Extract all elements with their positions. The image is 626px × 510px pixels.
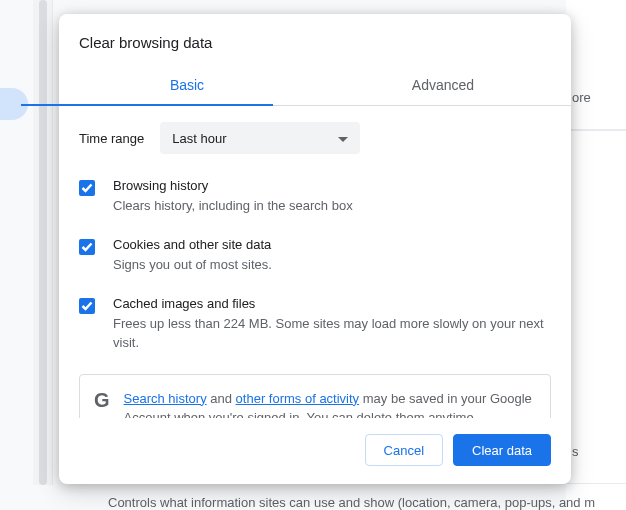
option-cached: Cached images and files Frees up less th… xyxy=(79,296,551,351)
option-title: Cached images and files xyxy=(113,296,551,311)
chevron-down-icon xyxy=(338,131,348,146)
checkbox-browsing-history[interactable] xyxy=(79,180,95,196)
background-row-more: ore xyxy=(566,66,626,130)
tab-basic-label: Basic xyxy=(170,77,204,93)
link-search-history[interactable]: Search history xyxy=(124,391,207,406)
google-account-infobox: G Search history and other forms of acti… xyxy=(79,374,551,418)
option-desc: Signs you out of most sites. xyxy=(113,256,272,274)
tab-bar: Basic Advanced xyxy=(59,67,571,106)
dialog-title: Clear browsing data xyxy=(59,14,571,63)
option-title: Browsing history xyxy=(113,178,353,193)
google-g-icon: G xyxy=(94,389,110,410)
option-browsing-history: Browsing history Clears history, includi… xyxy=(79,178,551,215)
background-row-more-text: ore xyxy=(572,90,591,105)
time-range-row: Time range Last hour xyxy=(79,122,551,154)
option-cookies: Cookies and other site data Signs you ou… xyxy=(79,237,551,274)
option-text: Browsing history Clears history, includi… xyxy=(113,178,353,215)
background-row-s-text: s xyxy=(572,444,579,459)
time-range-value: Last hour xyxy=(172,131,226,146)
checkbox-cached[interactable] xyxy=(79,298,95,314)
time-range-select[interactable]: Last hour xyxy=(160,122,360,154)
checkbox-cookies[interactable] xyxy=(79,239,95,255)
dialog-footer: Cancel Clear data xyxy=(59,418,571,484)
tab-advanced[interactable]: Advanced xyxy=(315,67,571,105)
background-scrollbar-thumb[interactable] xyxy=(39,0,47,485)
option-title: Cookies and other site data xyxy=(113,237,272,252)
time-range-label: Time range xyxy=(79,131,144,146)
cancel-button-label: Cancel xyxy=(384,443,424,458)
option-text: Cached images and files Frees up less th… xyxy=(113,296,551,351)
dialog-body: Time range Last hour Browsing history Cl… xyxy=(59,106,571,418)
infobox-text: Search history and other forms of activi… xyxy=(124,389,536,418)
option-text: Cookies and other site data Signs you ou… xyxy=(113,237,272,274)
infobox-text-mid: and xyxy=(207,391,236,406)
background-bottom-text: Controls what information sites can use … xyxy=(60,493,626,510)
option-desc: Frees up less than 224 MB. Some sites ma… xyxy=(113,315,551,351)
background-right-divider xyxy=(566,130,626,131)
cancel-button[interactable]: Cancel xyxy=(365,434,443,466)
background-row-s: s xyxy=(566,420,626,484)
tab-basic[interactable]: Basic xyxy=(59,67,315,105)
clear-data-button-label: Clear data xyxy=(472,443,532,458)
tab-advanced-label: Advanced xyxy=(412,77,474,93)
option-desc: Clears history, including in the search … xyxy=(113,197,353,215)
clear-browsing-data-dialog: Clear browsing data Basic Advanced Time … xyxy=(59,14,571,484)
clear-data-button[interactable]: Clear data xyxy=(453,434,551,466)
link-other-activity[interactable]: other forms of activity xyxy=(236,391,360,406)
